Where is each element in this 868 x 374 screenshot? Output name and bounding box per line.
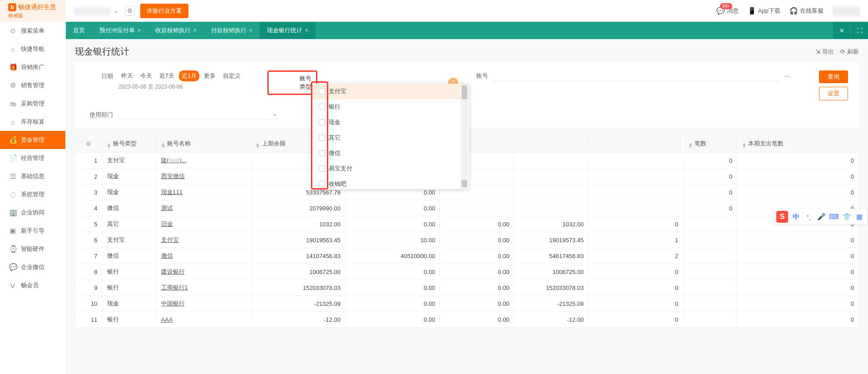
date-chip[interactable]: 昨天 bbox=[118, 70, 136, 81]
cell-account-name[interactable]: 测试 bbox=[156, 200, 251, 216]
sidebar-icon: ⚙ bbox=[9, 81, 16, 90]
cell-account-name[interactable]: 建设银行 bbox=[156, 264, 251, 280]
cell-account-name[interactable]: AAA bbox=[156, 312, 251, 328]
scrollbar-thumb[interactable] bbox=[462, 85, 467, 99]
sidebar-item[interactable]: 🏢企业协同 bbox=[0, 204, 65, 222]
ime-mic-icon[interactable]: 🎤 bbox=[816, 212, 826, 222]
column-header[interactable]: ▲▼笔数 bbox=[683, 135, 737, 153]
sidebar-item[interactable]: ⌂库存核算 bbox=[0, 113, 65, 131]
scrollbar-thumb-bottom[interactable] bbox=[462, 180, 467, 187]
account-type-field[interactable]: 账号类型 bbox=[267, 70, 317, 95]
tab[interactable]: 预付冲应付单× bbox=[92, 22, 148, 39]
sidebar-item[interactable]: V畅会员 bbox=[0, 276, 65, 294]
sort-icon[interactable]: ▲▼ bbox=[256, 143, 260, 148]
settings-icon-button[interactable]: ⚙ bbox=[125, 6, 135, 16]
cell-account-name[interactable]: 现金111 bbox=[156, 185, 251, 200]
cell-account-name[interactable]: 支付宝 bbox=[156, 232, 251, 248]
fullscreen-button[interactable]: ⛶ bbox=[851, 22, 868, 39]
more-filters-button[interactable]: ⋯ bbox=[784, 73, 791, 80]
cell-account-name[interactable]: 中国银行 bbox=[156, 296, 251, 312]
ime-lang-toggle[interactable]: 中 bbox=[791, 212, 801, 222]
checkbox[interactable] bbox=[319, 181, 325, 187]
sidebar-item[interactable]: ▣新手引导 bbox=[0, 222, 65, 240]
dropdown-option[interactable]: 现金 bbox=[312, 115, 469, 130]
dropdown-option[interactable]: 微信 bbox=[312, 145, 469, 161]
brand-bar: b 畅捷通好生意 标准版 bbox=[0, 0, 66, 22]
column-header[interactable]: ▲▼账号类型 bbox=[102, 135, 156, 153]
sort-icon[interactable]: ▲▼ bbox=[107, 143, 112, 148]
sidebar-item[interactable]: ⊙搜索菜单 bbox=[0, 22, 65, 40]
date-chip[interactable]: 今天 bbox=[138, 70, 155, 81]
export-button[interactable]: ⇲导出 bbox=[815, 48, 834, 56]
industry-plan-button[interactable]: 体验行业方案 bbox=[140, 4, 188, 18]
sidebar-item[interactable]: 🎁营销推广 bbox=[0, 58, 65, 76]
cell-account-name[interactable]: 旧金 bbox=[156, 216, 251, 232]
date-chip[interactable]: 近1月 bbox=[179, 70, 199, 81]
ime-punct-icon[interactable]: °, bbox=[804, 212, 814, 222]
close-tab-button[interactable]: ✕ bbox=[833, 22, 850, 39]
user-avatar[interactable] bbox=[833, 6, 860, 16]
checkbox[interactable] bbox=[319, 135, 325, 141]
dropdown-option[interactable]: 易宝支付 bbox=[312, 161, 469, 176]
refresh-button[interactable]: ⟳刷新 bbox=[840, 48, 859, 56]
sidebar-item[interactable]: ⌚智能硬件 bbox=[0, 240, 65, 258]
table-settings-header[interactable]: ⚙ bbox=[75, 135, 103, 153]
tab[interactable]: 现金银行统计× bbox=[260, 22, 316, 39]
tab[interactable]: 收款核销执行× bbox=[148, 22, 204, 39]
sogou-logo-icon[interactable]: S bbox=[776, 211, 788, 223]
cell-account-name[interactable]: 陡(○○○)... bbox=[156, 153, 251, 169]
date-chip[interactable]: 近7天 bbox=[157, 70, 177, 81]
dropdown-option[interactable]: 支付宝 bbox=[312, 84, 469, 99]
tab-close-icon[interactable]: × bbox=[138, 27, 141, 34]
chevron-down-icon: ⌄ bbox=[272, 110, 277, 117]
dropdown-option[interactable]: 收钱吧 bbox=[312, 176, 469, 189]
cell-count bbox=[683, 280, 737, 296]
sidebar-item[interactable]: 📄经营管理 bbox=[0, 149, 65, 167]
cell-account-name[interactable]: 工商银行1 bbox=[156, 280, 251, 296]
tab[interactable]: 付款核销执行× bbox=[204, 22, 260, 39]
sidebar-item[interactable]: ⌂快捷导航 bbox=[0, 40, 65, 58]
cell-account-name[interactable]: 微信 bbox=[156, 248, 251, 264]
table-row: 5其它旧金1032.000.000.001032.0000 bbox=[75, 216, 859, 232]
ime-skin-icon[interactable]: 👕 bbox=[842, 212, 852, 222]
cell-c6: 19019573.45 bbox=[514, 232, 589, 248]
checkbox[interactable] bbox=[319, 88, 325, 95]
column-header[interactable]: ▲▼本期支出笔数 bbox=[737, 135, 859, 153]
ime-keyboard-icon[interactable]: ⌨ bbox=[829, 212, 839, 222]
sidebar-item[interactable]: 🛍采购管理 bbox=[0, 95, 65, 113]
dropdown-option[interactable]: 银行 bbox=[312, 99, 469, 115]
date-chip[interactable]: 自定义 bbox=[220, 70, 243, 81]
column-header[interactable] bbox=[588, 135, 683, 153]
settings-button[interactable]: 设置 bbox=[819, 87, 848, 100]
column-header[interactable] bbox=[514, 135, 589, 153]
checkbox[interactable] bbox=[319, 150, 325, 156]
tab-close-icon[interactable]: × bbox=[249, 27, 252, 34]
query-button[interactable]: 查询 bbox=[819, 70, 848, 83]
tab[interactable]: 首页 bbox=[66, 22, 92, 39]
dropdown-option[interactable]: 其它 bbox=[312, 130, 469, 145]
column-header[interactable]: ▲▼账号名称 bbox=[156, 135, 251, 153]
cell-account-name[interactable]: 西安微信 bbox=[156, 169, 251, 185]
sidebar-item[interactable]: ☰基础信息 bbox=[0, 167, 65, 185]
checkbox[interactable] bbox=[319, 119, 325, 125]
department-select[interactable]: ⌄ bbox=[118, 109, 277, 120]
tab-close-icon[interactable]: × bbox=[193, 27, 197, 34]
account-input[interactable] bbox=[493, 70, 779, 81]
sort-icon[interactable]: ▲▼ bbox=[161, 143, 166, 148]
date-chip[interactable]: 更多 bbox=[201, 70, 218, 81]
sort-icon[interactable]: ▲▼ bbox=[742, 143, 746, 148]
ime-toolbox-icon[interactable]: ▦ bbox=[854, 212, 864, 222]
company-selector[interactable]: ⌄ bbox=[74, 7, 118, 15]
sidebar-item[interactable]: ⚙销售管理 bbox=[0, 76, 65, 95]
sidebar-item[interactable]: 💰资金管理 bbox=[0, 131, 65, 149]
app-download-button[interactable]: 📱 App下载 bbox=[748, 7, 780, 15]
messages-button[interactable]: 99+ 💬 消息 bbox=[716, 7, 739, 15]
sidebar-item[interactable]: ◌系统管理 bbox=[0, 185, 65, 204]
sidebar-item[interactable]: 💬企业微信 bbox=[0, 258, 65, 276]
checkbox[interactable] bbox=[319, 165, 325, 172]
sort-icon[interactable]: ▲▼ bbox=[688, 143, 693, 148]
dropdown-scrollbar[interactable] bbox=[461, 85, 468, 188]
checkbox[interactable] bbox=[319, 104, 325, 110]
tab-close-icon[interactable]: × bbox=[305, 27, 308, 34]
customer-service-button[interactable]: 🎧 在线客服 bbox=[789, 7, 824, 15]
